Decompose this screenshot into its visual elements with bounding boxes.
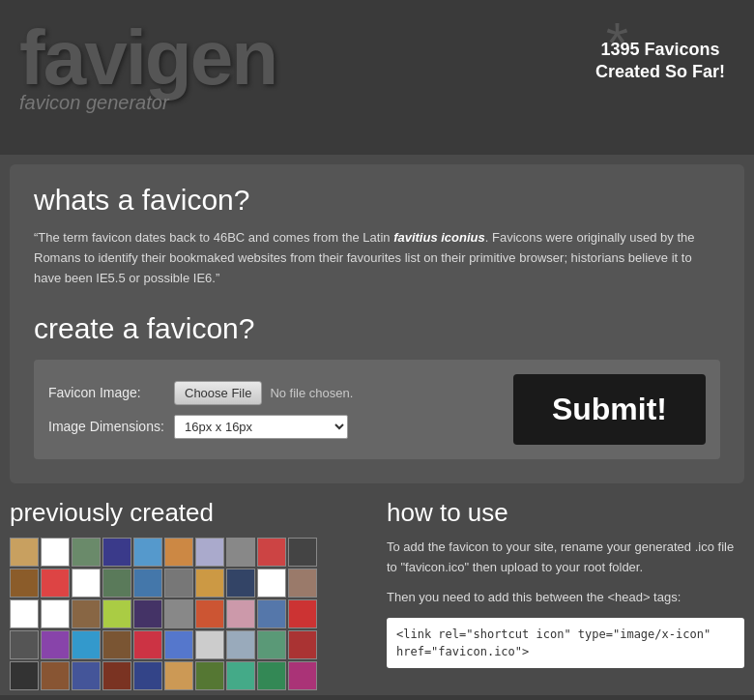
favicon-item[interactable] xyxy=(164,599,193,628)
favicon-item[interactable] xyxy=(288,599,317,628)
favicon-item[interactable] xyxy=(257,661,286,690)
code-block: <link rel="shortcut icon" type="image/x-… xyxy=(387,618,744,668)
favicon-item[interactable] xyxy=(226,569,255,598)
favicon-item[interactable] xyxy=(133,599,162,628)
favicon-item[interactable] xyxy=(41,599,70,628)
favicon-item[interactable] xyxy=(288,538,317,567)
favicon-item[interactable] xyxy=(10,538,39,567)
favicon-item[interactable] xyxy=(288,661,317,690)
favicon-item[interactable] xyxy=(133,630,162,659)
favicon-item[interactable] xyxy=(102,661,131,690)
favicon-item[interactable] xyxy=(72,630,101,659)
favicon-item[interactable] xyxy=(164,630,193,659)
previously-created-section: previously created xyxy=(10,498,367,690)
favicon-item[interactable] xyxy=(41,630,70,659)
favicon-item[interactable] xyxy=(195,569,224,598)
favicon-item[interactable] xyxy=(164,661,193,690)
favicon-item[interactable] xyxy=(10,661,39,690)
file-row: Favicon Image: Choose File No file chose… xyxy=(48,381,504,405)
favicon-item[interactable] xyxy=(195,599,224,628)
favicon-item[interactable] xyxy=(102,599,131,628)
how-to-use-step1: To add the favicon to your site, rename … xyxy=(387,538,744,578)
favicon-item[interactable] xyxy=(257,538,286,567)
favicon-item[interactable] xyxy=(41,569,70,598)
favicon-item[interactable] xyxy=(102,538,131,567)
how-to-use-step2: Then you need to add this between the <h… xyxy=(387,588,744,608)
form-fields: Favicon Image: Choose File No file chose… xyxy=(48,381,504,439)
bottom-section: previously created xyxy=(10,498,744,690)
create-section: create a favicon? Favicon Image: Choose … xyxy=(34,312,720,459)
favicon-item[interactable] xyxy=(102,630,131,659)
favicon-item[interactable] xyxy=(41,538,70,567)
favicon-item[interactable] xyxy=(133,538,162,567)
favicon-item[interactable] xyxy=(10,569,39,598)
favicon-item[interactable] xyxy=(226,630,255,659)
file-input-wrapper: Choose File No file chosen. xyxy=(174,381,353,405)
favicon-item[interactable] xyxy=(41,661,70,690)
whats-description: “The term favicon dates back to 46BC and… xyxy=(34,228,720,288)
choose-file-button[interactable]: Choose File xyxy=(174,381,262,405)
favicon-item[interactable] xyxy=(10,630,39,659)
submit-button[interactable]: Submit! xyxy=(513,374,706,445)
favicon-item[interactable] xyxy=(257,630,286,659)
whats-heading: whats a favicon? xyxy=(34,184,720,217)
no-file-text: No file chosen. xyxy=(270,386,353,400)
favicon-item[interactable] xyxy=(72,599,101,628)
favicon-item[interactable] xyxy=(164,569,193,598)
favicon-item[interactable] xyxy=(10,599,39,628)
favicon-item[interactable] xyxy=(226,538,255,567)
create-heading: create a favicon? xyxy=(34,312,720,345)
favicon-item[interactable] xyxy=(288,630,317,659)
favicon-item[interactable] xyxy=(226,661,255,690)
favicon-item[interactable] xyxy=(257,569,286,598)
file-label: Favicon Image: xyxy=(48,385,174,400)
favicon-grid xyxy=(10,538,367,690)
site-subtitle: favicon generator xyxy=(19,92,735,114)
favicon-item[interactable] xyxy=(102,569,131,598)
dimensions-select[interactable]: 16px x 16px32px x 32px48px x 48px64px x … xyxy=(174,415,348,439)
italic-term: favitius iconius xyxy=(393,230,485,245)
stats-block: 1395 Favicons Created So Far! xyxy=(595,39,725,84)
favicon-item[interactable] xyxy=(226,599,255,628)
form-area: Favicon Image: Choose File No file chose… xyxy=(34,360,720,459)
favicon-item[interactable] xyxy=(164,538,193,567)
favicon-item[interactable] xyxy=(195,661,224,690)
favicon-item[interactable] xyxy=(72,569,101,598)
favicon-item[interactable] xyxy=(257,599,286,628)
favicon-item[interactable] xyxy=(133,569,162,598)
favicon-item[interactable] xyxy=(195,630,224,659)
how-to-use-section: how to use To add the favicon to your si… xyxy=(387,498,744,690)
footer: f Share 6 🐦 Tweet 6 © Copyright 2010 Fav… xyxy=(0,695,754,700)
favicon-item[interactable] xyxy=(72,661,101,690)
stats-text: 1395 Favicons Created So Far! xyxy=(595,39,725,84)
dimensions-label: Image Dimensions: xyxy=(48,419,174,434)
favicon-item[interactable] xyxy=(288,569,317,598)
favicon-item[interactable] xyxy=(133,661,162,690)
dimensions-row: Image Dimensions: 16px x 16px32px x 32px… xyxy=(48,415,504,439)
how-to-use-heading: how to use xyxy=(387,498,744,528)
favicon-item[interactable] xyxy=(195,538,224,567)
main-card: whats a favicon? “The term favicon dates… xyxy=(10,164,744,483)
header: favigen favicon generator * 1395 Favicon… xyxy=(0,0,754,155)
whats-section: whats a favicon? “The term favicon dates… xyxy=(34,184,720,288)
previously-created-heading: previously created xyxy=(10,498,367,528)
favicon-item[interactable] xyxy=(72,538,101,567)
